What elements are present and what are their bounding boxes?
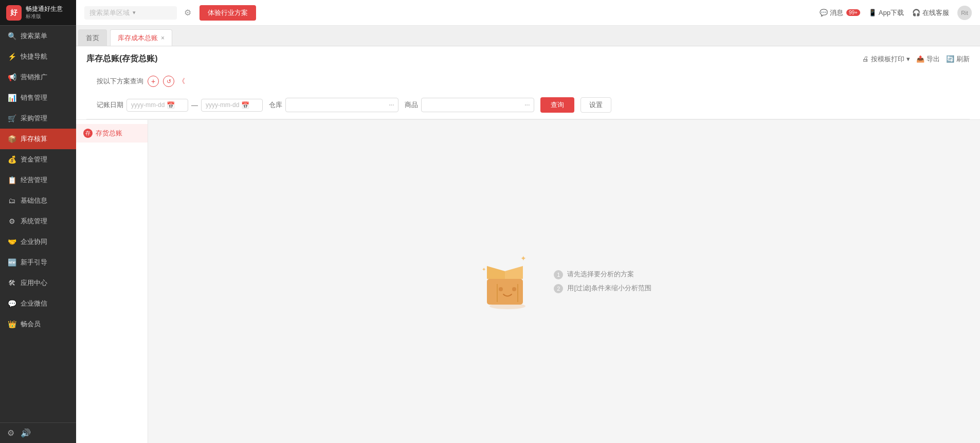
app-download-btn[interactable]: 📱 App下载 [868, 8, 904, 17]
sidebar-item-member[interactable]: 👑 畅会员 [0, 314, 76, 334]
sidebar-item-appstore[interactable]: 🛠 应用中心 [0, 273, 76, 293]
logo-icon: 好 [6, 5, 22, 21]
scheme-icon-text: 存 [85, 130, 90, 137]
industry-btn[interactable]: 体验行业方案 [199, 5, 256, 21]
hint-1-text: 请先选择要分析的方案 [567, 270, 634, 279]
menu-search-text: 搜索菜单区域 [89, 8, 130, 17]
calendar-start-icon: 📅 [167, 101, 175, 109]
gear-icon[interactable]: ⚙ [184, 8, 191, 17]
sidebar-item-inventory[interactable]: 📦 库存核算 [0, 129, 76, 149]
app-download-icon: 📱 [868, 9, 877, 16]
sidebar-item-finance[interactable]: 💰 资金管理 [0, 149, 76, 170]
settings-button[interactable]: 设置 [580, 97, 611, 113]
page-content: 库存总账(存货总账) 🖨 按模板打印 ▾ 📤 导出 🔄 刷新 [76, 46, 980, 443]
online-support-btn[interactable]: 🎧 在线客服 [912, 8, 949, 17]
warehouse-input[interactable]: ··· [285, 98, 398, 112]
date-end-input[interactable]: yyyy-mm-dd 📅 [201, 99, 263, 112]
wechat-icon: 💬 [7, 299, 16, 308]
topbar: 搜索菜单区域 ▾ ⚙ 体验行业方案 💬 消息 99+ 📱 App下载 🎧 在线客… [76, 0, 980, 26]
empty-illustration: ✦ ✦ [477, 251, 538, 312]
hint-2-num: 2 [554, 284, 563, 293]
empty-hints: 1 请先选择要分析的方案 2 用[过滤]条件来缩小分析范围 [554, 270, 651, 293]
scheme-item-label: 存货总账 [96, 129, 122, 138]
user-name: Rit [961, 10, 968, 16]
menu-search[interactable]: 搜索菜单区域 ▾ [84, 6, 177, 20]
scheme-icon: 存 [83, 129, 93, 138]
settings-bottom-icon[interactable]: ⚙ [7, 428, 14, 438]
appstore-icon: 🛠 [7, 278, 16, 288]
page-title-actions: 🖨 按模板打印 ▾ 📤 导出 🔄 刷新 [862, 55, 970, 64]
svg-point-7 [512, 287, 516, 291]
sidebar-item-purchase[interactable]: 🛒 采购管理 [0, 108, 76, 129]
main-area: 搜索菜单区域 ▾ ⚙ 体验行业方案 💬 消息 99+ 📱 App下载 🎧 在线客… [76, 0, 980, 443]
export-btn[interactable]: 📤 导出 [916, 55, 940, 64]
app-download-label: App下载 [879, 8, 904, 17]
filter-label: 按以下方案查询 [97, 77, 143, 86]
message-btn[interactable]: 💬 消息 99+ [820, 8, 860, 17]
print-label: 按模板打印 [871, 55, 904, 64]
message-badge: 99+ [846, 9, 860, 16]
sidebar-item-system-label: 系统管理 [21, 217, 47, 226]
svg-text:✦: ✦ [482, 267, 486, 272]
user-avatar[interactable]: Rit [957, 6, 972, 20]
support-icon: 🎧 [912, 9, 920, 16]
sidebar-item-basics[interactable]: 🗂 基础信息 [0, 190, 76, 211]
sidebar-item-search[interactable]: 🔍 搜索菜单 [0, 26, 76, 46]
tab-inventory-ledger[interactable]: 库存成本总账 × [110, 29, 172, 46]
sidebar-item-system[interactable]: ⚙ 系统管理 [0, 211, 76, 232]
filter-reset-btn[interactable]: ↺ [163, 76, 174, 87]
warehouse-more-icon[interactable]: ··· [389, 100, 394, 110]
print-btn[interactable]: 🖨 按模板打印 ▾ [862, 55, 910, 64]
sidebar-logo: 好 畅捷通好生意 标准版 [0, 0, 76, 26]
sidebar-item-quicknav[interactable]: ⚡ 快捷导航 [0, 46, 76, 67]
page-title-row: 库存总账(存货总账) 🖨 按模板打印 ▾ 📤 导出 🔄 刷新 [86, 54, 970, 64]
sidebar: 好 畅捷通好生意 标准版 🔍 搜索菜单 ⚡ 快捷导航 📢 营销推广 📊 销售管理… [0, 0, 76, 443]
svg-marker-3 [487, 266, 505, 279]
audio-bottom-icon[interactable]: 🔊 [21, 428, 31, 438]
member-icon: 👑 [7, 320, 16, 329]
guide-icon: 🆕 [7, 258, 16, 267]
goods-more-icon[interactable]: ··· [524, 100, 530, 110]
sidebar-item-operations-label: 经营管理 [21, 175, 47, 185]
calendar-end-icon: 📅 [241, 101, 249, 109]
refresh-btn[interactable]: 🔄 刷新 [946, 55, 970, 64]
purchase-icon: 🛒 [7, 114, 16, 123]
sidebar-nav: 🔍 搜索菜单 ⚡ 快捷导航 📢 营销推广 📊 销售管理 🛒 采购管理 📦 库存核… [0, 26, 76, 422]
tab-close-icon[interactable]: × [161, 34, 165, 42]
sidebar-bottom: ⚙ 🔊 [0, 422, 76, 443]
sidebar-item-collab[interactable]: 🤝 企业协同 [0, 232, 76, 252]
export-label: 导出 [927, 55, 940, 64]
content-body: 存 存货总账 [76, 120, 980, 443]
filter-fields-row: 记账日期 yyyy-mm-dd 📅 — yyyy-mm-dd 📅 [97, 93, 959, 119]
tabs-bar: 首页 库存成本总账 × [76, 26, 980, 46]
print-icon: 🖨 [862, 55, 869, 63]
search-icon: 🔍 [7, 31, 16, 41]
sidebar-item-wechat[interactable]: 💬 企业微信 [0, 293, 76, 314]
svg-point-6 [499, 287, 503, 291]
sidebar-item-sales[interactable]: 📊 销售管理 [0, 87, 76, 108]
filter-area: 按以下方案查询 + ↺ 《 记账日期 yyyy-mm-dd 📅 [86, 70, 970, 119]
sidebar-item-search-label: 搜索菜单 [21, 31, 47, 41]
scheme-item-inventory[interactable]: 存 存货总账 [76, 124, 148, 143]
date-start-input[interactable]: yyyy-mm-dd 📅 [126, 99, 188, 112]
svg-marker-2 [505, 266, 523, 279]
sidebar-item-finance-label: 资金管理 [21, 155, 47, 164]
date-start-value: yyyy-mm-dd [131, 101, 165, 109]
goods-input[interactable]: ··· [421, 98, 534, 112]
goods-label: 商品 [405, 100, 418, 110]
page-title: 库存总账(存货总账) [86, 54, 158, 64]
tab-home[interactable]: 首页 [78, 29, 107, 46]
message-label: 消息 [830, 8, 843, 17]
sidebar-item-operations[interactable]: 📋 经营管理 [0, 170, 76, 190]
query-button[interactable]: 查询 [540, 97, 574, 113]
export-icon: 📤 [916, 55, 924, 63]
sidebar-item-marketing[interactable]: 📢 营销推广 [0, 67, 76, 87]
sidebar-item-guide[interactable]: 🆕 新手引导 [0, 252, 76, 273]
reset-icon: ↺ [167, 78, 171, 85]
marketing-icon: 📢 [7, 73, 16, 82]
online-support-label: 在线客服 [922, 8, 949, 17]
app-name: 畅捷通好生意 [26, 5, 63, 13]
system-icon: ⚙ [7, 217, 16, 226]
filter-add-btn[interactable]: + [148, 76, 159, 87]
filter-collapse-btn[interactable]: 《 [178, 77, 185, 86]
